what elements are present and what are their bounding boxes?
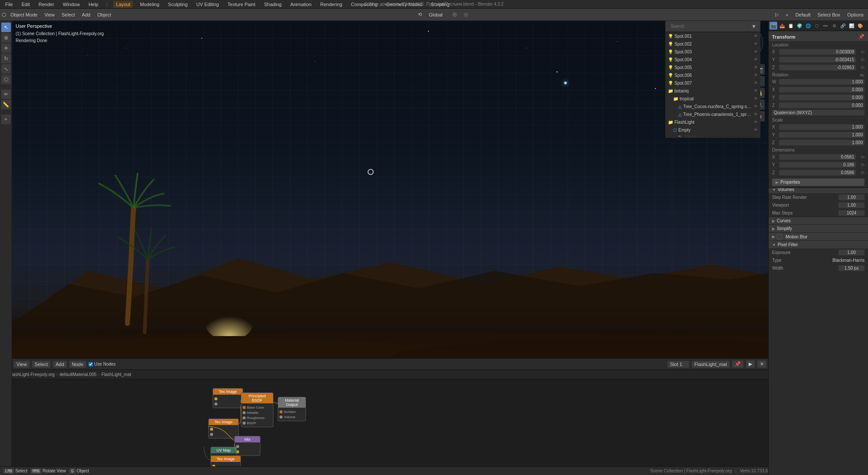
motion-blur-checkbox[interactable] <box>777 234 782 239</box>
header-add[interactable]: Add <box>79 11 93 18</box>
quaternion-select[interactable]: Quaternion (WXYZ) <box>772 110 865 115</box>
tool-select[interactable]: ↖ <box>1 23 11 32</box>
render-tab[interactable]: 🎬 <box>769 22 777 30</box>
loc-z-input[interactable] <box>779 65 856 70</box>
outliner-item[interactable]: ⬡ Empty 👁 <box>665 126 760 134</box>
breadcrumb-1[interactable]: FlashLight-Freepoly.org <box>9 372 55 377</box>
properties-toggle[interactable]: ▶ Properties <box>772 178 865 186</box>
dim-y-input[interactable] <box>779 162 856 168</box>
outliner-item[interactable]: 💡 Spot.006 👁 <box>665 71 760 79</box>
loc-y-input[interactable] <box>779 57 856 63</box>
tool-scale[interactable]: ⤡ <box>1 64 11 74</box>
output-tab[interactable]: 📤 <box>778 22 786 30</box>
rot-x-input[interactable] <box>779 87 865 92</box>
header-view[interactable]: View <box>42 11 57 18</box>
menu-animation[interactable]: Animation <box>289 1 313 8</box>
node-tex-image-2[interactable]: Tex Image <box>208 419 239 439</box>
node-principled[interactable]: Principled BSDF Base Color Metallic Roug… <box>241 393 273 427</box>
menu-uv[interactable]: UV Editing <box>194 1 220 8</box>
loc-x-input[interactable] <box>779 49 856 55</box>
scene-tab[interactable]: 🌍 <box>796 22 803 30</box>
node-mix[interactable]: Mix <box>234 436 260 456</box>
view-layer-tab[interactable]: 📋 <box>787 22 795 30</box>
menu-shading[interactable]: Shading <box>263 1 283 8</box>
menu-sculpting[interactable]: Sculpting <box>166 1 189 8</box>
3d-viewport[interactable]: User Perspective (1) Scene Collection | … <box>12 21 768 358</box>
step-rate-render-value[interactable]: 1.00 <box>838 195 865 200</box>
scale-x-input[interactable] <box>779 124 865 130</box>
menu-window[interactable]: Window <box>61 1 82 8</box>
outliner-item[interactable]: 💡 Spot.007 👁 <box>665 79 760 87</box>
scale-z-input[interactable] <box>779 140 865 145</box>
transform-gizmo[interactable]: ⟲ <box>415 11 424 18</box>
node-output[interactable]: Material Output Surface Volume <box>278 397 306 421</box>
tool-annotate[interactable]: ✏ <box>1 89 11 99</box>
menu-modeling[interactable]: Modeling <box>138 1 161 8</box>
tool-move[interactable]: ✛ <box>1 43 11 53</box>
node-select[interactable]: Select <box>32 361 51 368</box>
outliner-item[interactable]: △ FlashLight 👁 <box>665 134 760 136</box>
data-tab[interactable]: 📊 <box>848 22 855 30</box>
menu-layout[interactable]: Layout <box>113 1 133 8</box>
node-play[interactable]: ▶ <box>746 360 755 368</box>
outliner-item[interactable]: 💡 Spot.005 👁 <box>665 63 760 71</box>
width-value[interactable]: 1.50 px <box>838 265 865 271</box>
snap-toggle[interactable]: ⦿ <box>450 11 460 18</box>
outliner-item[interactable]: 💡 Spot.004 👁 <box>665 56 760 63</box>
rot-y-input[interactable] <box>779 95 865 100</box>
outliner-item[interactable]: △ Tree_Cocos-nucifera_C_spring-summer 👁 <box>665 102 760 110</box>
max-steps-value[interactable]: 1024 <box>838 210 865 216</box>
viewport-shading[interactable]: ● <box>783 11 791 18</box>
orientation-selector[interactable]: Global <box>426 11 448 18</box>
breadcrumb-3[interactable]: FlashLight_mat <box>102 372 131 377</box>
rot-w-input[interactable] <box>779 79 865 85</box>
node-tex-image-3[interactable]: Tex Image <box>210 455 241 466</box>
filter-icon[interactable]: ▼ <box>750 23 758 30</box>
material-selector[interactable]: FlashLight_mat <box>692 361 730 368</box>
dim-x-input[interactable] <box>779 154 856 160</box>
outliner-item[interactable]: 📁 tropical 👁 <box>665 95 760 102</box>
tool-rotate[interactable]: ↻ <box>1 54 11 63</box>
tool-measure[interactable]: 📏 <box>1 100 11 109</box>
outliner-item[interactable]: 📁 botaniq 👁 <box>665 87 760 95</box>
tool-transform[interactable]: ⬡ <box>1 75 11 84</box>
menu-file[interactable]: File <box>3 1 15 8</box>
world-tab[interactable]: 🌐 <box>804 22 812 30</box>
step-rate-viewport-value[interactable]: 1.00 <box>838 202 865 208</box>
header-select[interactable]: Select <box>59 11 78 18</box>
node-pin[interactable]: 📌 <box>732 360 743 368</box>
rot-z-input[interactable] <box>779 102 865 108</box>
render-preview[interactable]: ▷ <box>773 11 781 18</box>
mode-selector[interactable]: Object Mode <box>8 11 40 18</box>
curves-section-header[interactable]: ▶ Curves <box>769 217 868 224</box>
motion-blur-section-header[interactable]: ▶ Motion Blur <box>769 232 868 241</box>
node-tex-image-1[interactable]: Tex Image <box>213 388 243 408</box>
tool-add[interactable]: + <box>1 115 11 124</box>
slot-selector[interactable]: Slot 1 <box>667 361 689 368</box>
transform-pin[interactable]: 📌 <box>858 34 865 40</box>
constraints-tab[interactable]: 🔗 <box>839 22 847 30</box>
options-btn[interactable]: Options <box>845 11 866 18</box>
proportional-edit[interactable]: ◎ <box>461 11 471 18</box>
material-tab[interactable]: 🎨 <box>856 22 864 30</box>
outliner-item[interactable]: 💡 Spot.003 👁 <box>665 48 760 56</box>
breadcrumb-2[interactable]: defaultMaterial.005 <box>59 372 96 377</box>
outliner-item[interactable]: 💡 Spot.002 👁 <box>665 40 760 48</box>
outliner-item[interactable]: 💡 Spot.001 👁 <box>665 32 760 40</box>
physics-tab[interactable]: ⚙ <box>830 22 838 30</box>
menu-edit[interactable]: Edit <box>20 1 32 8</box>
header-object[interactable]: Object <box>95 11 114 18</box>
outliner-item[interactable]: 📁 FlashLight 👁 <box>665 118 760 126</box>
node-canvas[interactable]: Tex Image Tex Image Principled BSDF Base… <box>0 379 768 466</box>
tool-cursor[interactable]: ⊕ <box>1 33 11 43</box>
particles-tab[interactable]: ••• <box>822 22 829 30</box>
exposure-value[interactable]: 1.00 <box>838 250 865 255</box>
node-view[interactable]: View <box>14 361 30 368</box>
use-nodes-toggle[interactable] <box>89 362 93 366</box>
object-tab[interactable]: ⬡ <box>813 22 821 30</box>
dim-z-input[interactable] <box>779 170 856 175</box>
menu-help[interactable]: Help <box>87 1 100 8</box>
menu-texture[interactable]: Texture Paint <box>226 1 257 8</box>
scale-y-input[interactable] <box>779 132 865 138</box>
menu-render[interactable]: Render <box>37 1 56 8</box>
